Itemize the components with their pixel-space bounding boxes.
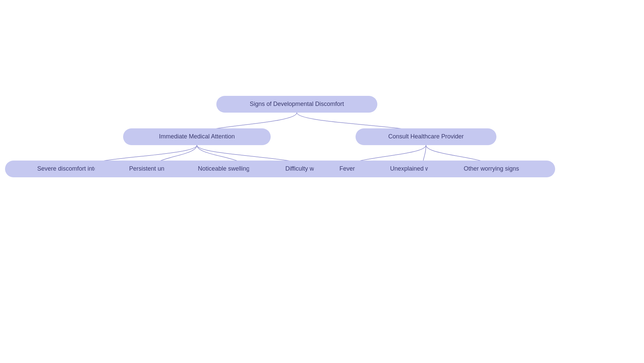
chp-node-label: Consult Healthcare Provider (388, 133, 464, 140)
fever-node-label: Fever (339, 165, 355, 172)
ima-node-label: Immediate Medical Attention (159, 133, 235, 140)
otherworrying-node-label: Other worrying signs (464, 165, 519, 172)
diagram-svg: Signs of Developmental Discomfort Immedi… (0, 0, 644, 363)
root-node-label: Signs of Developmental Discomfort (250, 101, 344, 107)
